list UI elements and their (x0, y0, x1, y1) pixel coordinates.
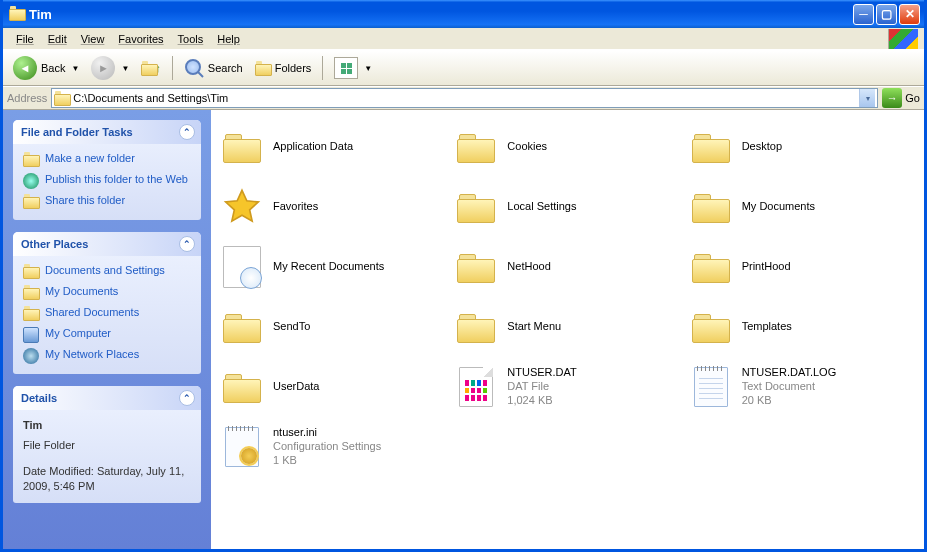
item-size: 1 KB (273, 454, 381, 468)
collapse-icon[interactable]: ⌃ (179, 236, 195, 252)
titlebar[interactable]: Tim ─ ▢ ✕ (3, 0, 924, 28)
toolbar: ◄ Back ▼ ► ▼ ↑ Search Folders ▼ (3, 50, 924, 86)
menu-view[interactable]: View (74, 31, 112, 47)
computer-icon (23, 327, 39, 343)
share-folder-icon (23, 194, 39, 210)
addressbar: Address C:\Documents and Settings\Tim ▾ … (3, 86, 924, 110)
forward-button[interactable]: ► ▼ (87, 54, 133, 82)
collapse-icon[interactable]: ⌃ (179, 390, 195, 406)
ini-file-icon (221, 426, 263, 468)
folder-icon (221, 366, 263, 408)
search-label: Search (208, 62, 243, 74)
go-label: Go (905, 92, 920, 104)
item-type: Text Document (742, 380, 837, 394)
item-name: NTUSER.DAT.LOG (742, 366, 837, 380)
maximize-button[interactable]: ▢ (876, 4, 897, 25)
folder-icon (455, 306, 497, 348)
back-dropdown-icon[interactable]: ▼ (71, 64, 79, 73)
item-name: Start Menu (507, 320, 561, 334)
file-item[interactable]: NTUSER.DATDAT File1,024 KB (453, 362, 681, 412)
address-dropdown-icon[interactable]: ▾ (859, 89, 875, 107)
place-my-computer[interactable]: My Computer (23, 327, 191, 343)
menu-file[interactable]: File (9, 31, 41, 47)
search-button[interactable]: Search (180, 56, 247, 80)
file-item[interactable]: Cookies (453, 122, 681, 172)
address-folder-icon (54, 91, 70, 105)
place-network[interactable]: My Network Places (23, 348, 191, 364)
details-kind: File Folder (23, 438, 191, 453)
menu-tools[interactable]: Tools (171, 31, 211, 47)
file-item[interactable]: ntuser.iniConfiguration Settings1 KB (219, 422, 447, 472)
folders-icon (255, 61, 271, 75)
view-dropdown-icon[interactable]: ▼ (364, 64, 372, 73)
up-button[interactable]: ↑ (137, 59, 165, 77)
collapse-icon[interactable]: ⌃ (179, 124, 195, 140)
file-item[interactable]: Favorites (219, 182, 447, 232)
minimize-button[interactable]: ─ (853, 4, 874, 25)
address-label: Address (7, 92, 47, 104)
file-item[interactable]: PrintHood (688, 242, 916, 292)
panel-details-header[interactable]: Details ⌃ (13, 386, 201, 410)
task-share[interactable]: Share this folder (23, 194, 191, 210)
item-name: NTUSER.DAT (507, 366, 576, 380)
task-pane: File and Folder Tasks ⌃ Make a new folde… (3, 110, 211, 549)
folder-icon (690, 246, 732, 288)
dat-file-icon (455, 366, 497, 408)
recent-docs-icon (221, 246, 263, 288)
item-name: My Documents (742, 200, 815, 214)
file-list[interactable]: Application DataCookiesDesktopFavoritesL… (211, 110, 924, 549)
panel-other-places: Other Places ⌃ Documents and Settings My… (13, 232, 201, 374)
item-name: Local Settings (507, 200, 576, 214)
folders-button[interactable]: Folders (251, 59, 316, 77)
file-item[interactable]: My Recent Documents (219, 242, 447, 292)
folder-icon (455, 186, 497, 228)
task-publish[interactable]: Publish this folder to the Web (23, 173, 191, 189)
item-name: Cookies (507, 140, 547, 154)
back-arrow-icon: ◄ (13, 56, 37, 80)
back-button[interactable]: ◄ Back ▼ (9, 54, 83, 82)
menu-help[interactable]: Help (210, 31, 247, 47)
place-shared-documents[interactable]: Shared Documents (23, 306, 191, 322)
item-name: Desktop (742, 140, 782, 154)
close-button[interactable]: ✕ (899, 4, 920, 25)
file-item[interactable]: Start Menu (453, 302, 681, 352)
place-docs-settings[interactable]: Documents and Settings (23, 264, 191, 280)
address-input[interactable]: C:\Documents and Settings\Tim ▾ (51, 88, 878, 108)
content-area: File and Folder Tasks ⌃ Make a new folde… (3, 110, 924, 549)
panel-details: Details ⌃ Tim File Folder Date Modified:… (13, 386, 201, 503)
item-name: Favorites (273, 200, 318, 214)
menubar: File Edit View Favorites Tools Help (3, 28, 924, 50)
forward-dropdown-icon[interactable]: ▼ (121, 64, 129, 73)
search-icon (184, 58, 204, 78)
item-name: My Recent Documents (273, 260, 384, 274)
item-name: Application Data (273, 140, 353, 154)
panel-other-places-header[interactable]: Other Places ⌃ (13, 232, 201, 256)
file-item[interactable]: Templates (688, 302, 916, 352)
item-name: SendTo (273, 320, 310, 334)
file-item[interactable]: My Documents (688, 182, 916, 232)
network-icon (23, 348, 39, 364)
file-item[interactable]: Desktop (688, 122, 916, 172)
details-modified: Date Modified: Saturday, July 11, 2009, … (23, 464, 191, 494)
back-label: Back (41, 62, 65, 74)
task-new-folder[interactable]: Make a new folder (23, 152, 191, 168)
forward-arrow-icon: ► (91, 56, 115, 80)
go-button[interactable]: → Go (882, 88, 920, 108)
menu-edit[interactable]: Edit (41, 31, 74, 47)
panel-file-tasks-header[interactable]: File and Folder Tasks ⌃ (13, 120, 201, 144)
text-file-icon (690, 366, 732, 408)
file-item[interactable]: Local Settings (453, 182, 681, 232)
file-item[interactable]: NetHood (453, 242, 681, 292)
explorer-window: Tim ─ ▢ ✕ File Edit View Favorites Tools… (0, 0, 927, 552)
file-item[interactable]: Application Data (219, 122, 447, 172)
window-title: Tim (29, 7, 52, 22)
view-button[interactable]: ▼ (330, 55, 376, 81)
globe-icon (23, 173, 39, 189)
star-icon (221, 186, 263, 228)
file-item[interactable]: SendTo (219, 302, 447, 352)
file-item[interactable]: UserData (219, 362, 447, 412)
place-my-documents[interactable]: My Documents (23, 285, 191, 301)
menu-favorites[interactable]: Favorites (111, 31, 170, 47)
item-name: Templates (742, 320, 792, 334)
file-item[interactable]: NTUSER.DAT.LOGText Document20 KB (688, 362, 916, 412)
